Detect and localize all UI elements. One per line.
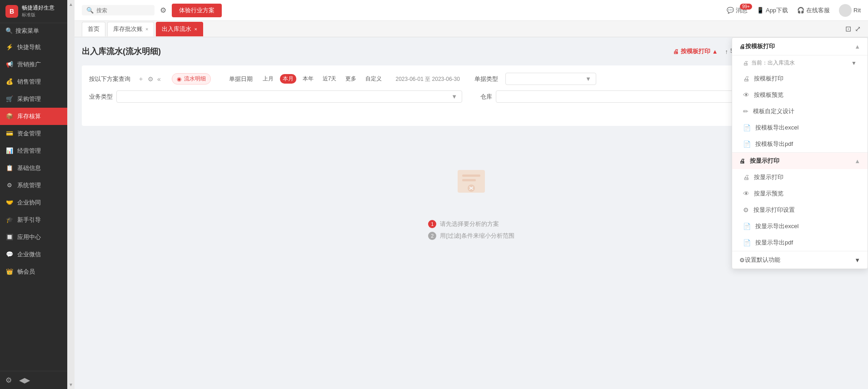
sidebar-item-purchase[interactable]: 🛒 采购管理 [0,90,67,108]
collapse-filter-icon[interactable]: « [157,75,161,83]
svg-rect-2 [462,179,476,181]
template-design-icon: ✏ [743,108,748,115]
shortcut-last-month[interactable]: 上月 [260,74,276,84]
footer-arrow-icon: ▼ [854,257,860,264]
purchase-icon: 🛒 [5,95,14,103]
tab-inventory-batch[interactable]: 库存批次账 × [107,22,154,36]
doc-type-dropdown[interactable]: ▼ [505,73,596,85]
dropdown-item-template-pdf[interactable]: 📄 按模板导出pdf [732,136,868,152]
empty-tips: 1 请先选择要分析的方案 2 用[过滤]条件来缩小分析范围 [428,220,514,240]
sidebar-item-finance[interactable]: 💳 资金管理 [0,125,67,142]
settings-icon[interactable]: ⚙ [5,376,12,384]
quick-nav-icon: ⚡ [5,43,14,51]
headset-icon: 🎧 [797,7,804,14]
shortcut-this-month[interactable]: 本月 [280,74,296,84]
dropdown-item-template-design[interactable]: ✏ 模板自定义设计 [732,103,868,120]
dropdown-item-display-pdf[interactable]: 📄 按显示导出pdf [732,234,868,251]
app-center-icon: 🔲 [5,233,14,241]
shortcut-this-year[interactable]: 本年 [300,74,316,84]
sidebar-item-app-center[interactable]: 🔲 应用中心 [0,229,67,246]
filter-tag-label: 流水明细 [184,75,206,83]
tab-restore-icon[interactable]: ⊡ [845,25,851,33]
display-excel-icon: 📄 [743,223,751,230]
display-print-icon: 🖨 [743,174,749,181]
sidebar-item-inventory[interactable]: 📦 库存核算 [0,108,67,125]
shortcut-7-days[interactable]: 近7天 [320,74,339,84]
filter-actions: ＋ ⚙ « [138,75,161,83]
phone-icon: 📱 [757,7,764,14]
enterprise-icon: 🤝 [5,199,14,207]
biz-type-dropdown[interactable]: ▼ [116,90,462,103]
topbar-actions: 💬 消息 99+ 📱 App下载 🎧 在线客服 Rit [727,4,861,17]
marketing-icon: 📢 [5,60,14,69]
empty-tip-1: 1 请先选择要分析的方案 [428,220,514,228]
weixin-icon: 💬 [5,250,14,259]
message-btn[interactable]: 💬 消息 99+ [727,6,748,15]
print-template-btn[interactable]: 🖨 按模板打印 ▲ [673,47,718,55]
biz-type-arrow-icon: ▼ [451,93,457,100]
dropdown-item-template-excel[interactable]: 📄 按模板导出excel [732,120,868,136]
trial-industry-button[interactable]: 体验行业方案 [172,4,222,17]
sidebar-item-guide[interactable]: 🎓 新手引导 [0,211,67,229]
app-logo: B 畅捷通好生意 标准版 [0,0,67,23]
main-area: 🔍 ⚙ 体验行业方案 💬 消息 99+ 📱 App下载 🎧 在线客服 Rit [75,0,868,389]
tab-home[interactable]: 首页 [82,22,105,36]
dropdown-item-display-preview[interactable]: 👁 按显示预览 [732,185,868,202]
tab-inventory-flow[interactable]: 出入库流水 × [156,22,203,36]
collapse-sidebar-icon[interactable]: ◀▶ [19,376,30,384]
dropdown-item-template-print[interactable]: 🖨 按模板打印 [732,70,868,87]
display-settings-icon: ⚙ [743,206,749,214]
dropdown-item-display-print[interactable]: 🖨 按显示打印 [732,169,868,185]
scroll-up-icon[interactable]: ▲ [69,2,73,7]
topbar-search-icon: 🔍 [86,7,94,14]
sidebar-scrollbar[interactable]: ▲ ▼ [67,0,75,389]
sidebar-item-member[interactable]: 👑 畅会员 [0,263,67,280]
shortcut-custom[interactable]: 自定义 [363,74,384,84]
sidebar-item-basic-info[interactable]: 📋 基础信息 [0,160,67,177]
inventory-icon: 📦 [5,112,14,120]
tabbar: 首页 库存批次账 × 出入库流水 × ⊡ ⤢ [75,21,868,37]
search-input[interactable] [96,7,142,14]
display-section-toggle[interactable]: ▲ [854,158,860,165]
sidebar-item-enterprise[interactable]: 🤝 企业协同 [0,194,67,211]
sidebar-item-quick-nav[interactable]: ⚡ 快捷导航 [0,39,67,56]
tabbar-right-actions: ⊡ ⤢ [845,25,861,33]
tab-close-inventory-batch[interactable]: × [145,26,148,32]
dropdown-footer[interactable]: ⚙ 设置默认功能 ▼ [732,251,868,269]
tab-expand-icon[interactable]: ⤢ [855,25,861,33]
display-pdf-icon: 📄 [743,239,751,246]
date-range-display: 2023-06-01 至 2023-06-30 [395,75,459,83]
date-label: 单据日期 [229,75,253,83]
dropdown-item-template-preview[interactable]: 👁 按模板预览 [732,87,868,103]
sidebar-item-sales[interactable]: 💰 销售管理 [0,73,67,90]
online-service-btn[interactable]: 🎧 在线客服 [797,6,830,15]
sidebar-item-weixin[interactable]: 💬 企业微信 [0,246,67,263]
dropdown-section-display-print[interactable]: 🖨 按显示打印 ▲ [732,153,868,169]
topbar-gear-icon[interactable]: ⚙ [160,6,166,15]
operations-icon: 📊 [5,147,14,155]
config-filter-icon[interactable]: ⚙ [148,75,154,83]
scroll-down-icon[interactable]: ▼ [69,382,73,387]
add-filter-icon[interactable]: ＋ [138,75,144,83]
app-download-btn[interactable]: 📱 App下载 [757,6,788,15]
filter-tag[interactable]: ◉ 流水明细 [172,73,211,85]
filter-tag-icon: ◉ [177,76,181,82]
tab-close-inventory-flow[interactable]: × [194,26,197,32]
sidebar-item-operations[interactable]: 📊 经营管理 [0,142,67,160]
dropdown-item-display-settings[interactable]: ⚙ 按显示打印设置 [732,202,868,218]
dropdown-item-display-excel[interactable]: 📄 按显示导出excel [732,218,868,234]
logo-text: 畅捷通好生意 标准版 [22,5,55,18]
dropdown-collapse-icon[interactable]: ▲ [854,43,860,50]
sidebar-item-system[interactable]: ⚙ 系统管理 [0,177,67,194]
page-title: 出入库流水(流水明细) [82,46,161,57]
shortcut-more[interactable]: 更多 [343,74,359,84]
print-icon: 🖨 [673,48,679,55]
dropdown-header: 🖨 按模板打印 ▲ [732,38,868,55]
dropdown-print-icon: 🖨 [739,43,745,50]
topbar-search-box[interactable]: 🔍 [82,5,155,15]
biz-type-label: 业务类型 [89,93,113,101]
user-profile[interactable]: Rit [839,4,861,17]
sidebar-search[interactable]: 🔍 搜索菜单 [0,23,67,39]
sidebar-item-marketing[interactable]: 📢 营销推广 [0,56,67,73]
template-excel-icon: 📄 [743,124,751,131]
